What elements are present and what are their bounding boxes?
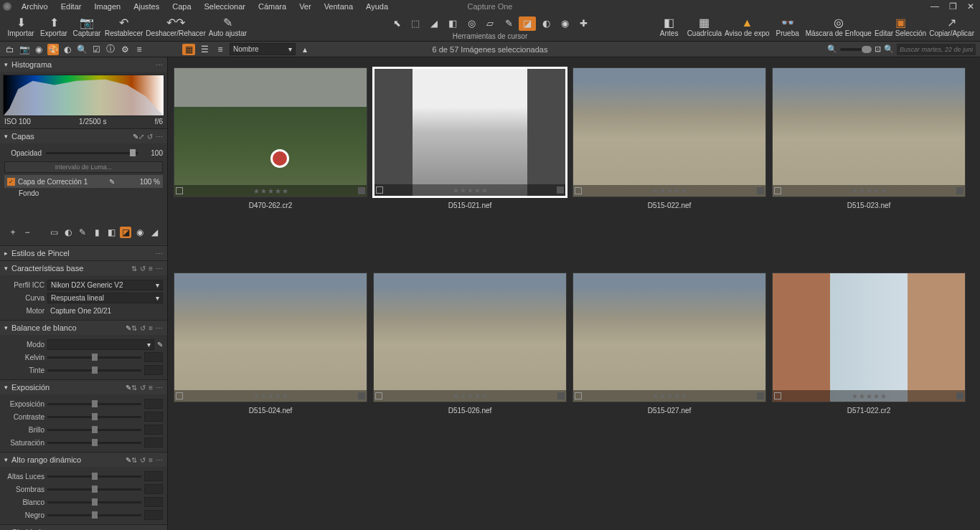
deshacer-rehacer-button[interactable]: ↶↷Deshacer/Rehacer bbox=[146, 13, 205, 40]
mask-luma-icon[interactable]: ◢ bbox=[149, 227, 160, 238]
select-checkbox[interactable] bbox=[774, 187, 781, 194]
thumbnail[interactable]: ★★★★★D571-022.cr2 bbox=[772, 273, 966, 415]
base-char-header[interactable]: ▾Características base ⇅↺ ≡⋯ bbox=[0, 261, 167, 275]
clarity-header[interactable]: ▾Claridad ✎ ⇅↺≡⋯ bbox=[0, 525, 167, 530]
copiar-aplicar-button[interactable]: ↗Copiar/Aplicar bbox=[929, 13, 974, 40]
reset-icon[interactable]: ↺ bbox=[147, 133, 153, 141]
library-icon[interactable]: 🗀 bbox=[4, 44, 16, 55]
color-tag[interactable] bbox=[358, 187, 365, 194]
curve-dropdown[interactable]: Respuesta lineal▾ bbox=[47, 293, 163, 303]
select-checkbox[interactable] bbox=[176, 187, 183, 194]
cursor-radial-icon[interactable]: ◉ bbox=[556, 16, 573, 31]
copy-icon[interactable]: ⇅ bbox=[131, 265, 137, 273]
view-list-icon[interactable]: ☰ bbox=[198, 44, 211, 55]
search-input[interactable] bbox=[897, 44, 976, 55]
color-tag[interactable] bbox=[757, 187, 764, 194]
mask-feather-icon[interactable]: ◉ bbox=[134, 227, 146, 238]
cursor-keystone-icon[interactable]: ◧ bbox=[444, 16, 461, 31]
layer-visible-checkbox[interactable]: ✓ bbox=[7, 178, 15, 186]
color-tag[interactable] bbox=[557, 392, 565, 399]
select-checkbox[interactable] bbox=[774, 392, 781, 399]
m-scara-de-enfoque-button[interactable]: ◎Máscara de Enfoque bbox=[806, 13, 872, 40]
cursor-heal-icon[interactable]: ✚ bbox=[575, 16, 592, 31]
menu-cámara[interactable]: Cámara bbox=[253, 1, 292, 12]
color-tag[interactable] bbox=[956, 187, 963, 194]
color-tag[interactable] bbox=[757, 392, 764, 399]
kelvin-slider[interactable] bbox=[47, 356, 141, 359]
detail-tab-icon[interactable]: 🔍 bbox=[76, 44, 88, 55]
cursor-rotate-icon[interactable]: ◢ bbox=[425, 16, 443, 31]
prueba-button[interactable]: 👓Prueba bbox=[773, 13, 803, 40]
zoom-fit-icon[interactable]: ⊡ bbox=[875, 44, 881, 54]
menu-seleccionar[interactable]: Seleccionar bbox=[199, 1, 251, 12]
sombras-slider[interactable] bbox=[47, 488, 141, 491]
restablecer-button[interactable]: ↶Restablecer bbox=[105, 13, 143, 40]
reset-icon[interactable]: ↺ bbox=[140, 265, 146, 273]
panel-menu-icon[interactable]: ⋯ bbox=[156, 250, 163, 257]
view-filmstrip-icon[interactable]: ≡ bbox=[214, 44, 227, 55]
thumbnail[interactable]: ★★★★★D470-262.cr2 bbox=[174, 67, 367, 209]
panel-menu-icon[interactable]: ⋯ bbox=[156, 265, 163, 273]
brush-edit-icon[interactable]: ✎ bbox=[133, 133, 138, 141]
menu-capa[interactable]: Capa bbox=[166, 1, 197, 12]
mask-grad-icon[interactable]: ◧ bbox=[105, 227, 117, 238]
icc-profile-dropdown[interactable]: Nikon D2X Generic V2▾ bbox=[47, 280, 163, 290]
wb-mode-dropdown[interactable]: ▾ bbox=[47, 339, 154, 350]
exposición-slider[interactable] bbox=[47, 403, 141, 405]
panel-menu-icon[interactable]: ⋯ bbox=[156, 133, 163, 141]
mask-rect-icon[interactable]: ▭ bbox=[48, 227, 60, 238]
brillo-slider[interactable] bbox=[47, 429, 141, 431]
cuadr-cula-button[interactable]: ▦Cuadrícula bbox=[687, 13, 722, 40]
minimize-button[interactable]: — bbox=[928, 1, 942, 11]
menu-editar[interactable]: Editar bbox=[55, 1, 88, 12]
thumbnail[interactable]: ★★★★★D515-022.nef bbox=[573, 67, 766, 209]
negro-slider[interactable] bbox=[47, 514, 141, 516]
view-grid-icon[interactable]: ▦ bbox=[182, 44, 195, 55]
hdr-header[interactable]: ▾Alto rango dinámico ✎ ⇅↺≡⋯ bbox=[0, 453, 167, 467]
adjust-tab-icon[interactable]: ☑ bbox=[90, 44, 102, 55]
layer-mask-icon[interactable]: ✎ bbox=[109, 178, 115, 186]
close-button[interactable]: ✕ bbox=[964, 1, 977, 11]
select-checkbox[interactable] bbox=[176, 392, 183, 399]
remove-layer-icon[interactable]: − bbox=[22, 227, 33, 238]
layer-background[interactable]: Fondo bbox=[4, 188, 163, 201]
cursor-spot-icon[interactable]: ◎ bbox=[463, 16, 480, 31]
exportar-button[interactable]: ⬆Exportar bbox=[39, 13, 69, 40]
color-tag[interactable] bbox=[358, 392, 365, 399]
maximize-button[interactable]: ❐ bbox=[946, 1, 960, 11]
thumbnail[interactable]: ★★★★★D515-024.nef bbox=[174, 273, 367, 415]
capture-icon[interactable]: 📷 bbox=[19, 44, 30, 55]
select-checkbox[interactable] bbox=[375, 392, 382, 399]
sort-dropdown[interactable]: Nombre▾ bbox=[230, 43, 296, 55]
editar-selecci-n-button[interactable]: ▣Editar Selección bbox=[875, 13, 926, 40]
search-icon[interactable]: 🔍 bbox=[884, 44, 894, 54]
opacity-slider[interactable] bbox=[46, 152, 138, 154]
auto-ajustar-button[interactable]: ✎Auto ajustar bbox=[209, 13, 247, 40]
picker-icon[interactable]: ✎ bbox=[126, 324, 131, 332]
cursor-crop-icon[interactable]: ⬚ bbox=[407, 16, 424, 31]
menu-ver[interactable]: Ver bbox=[293, 1, 317, 12]
menu-ventana[interactable]: Ventana bbox=[319, 1, 359, 12]
menu-imagen[interactable]: Imagen bbox=[88, 1, 126, 12]
mask-invert-icon[interactable]: ◐ bbox=[62, 227, 74, 238]
select-checkbox[interactable] bbox=[575, 392, 582, 399]
thumbnail-size-slider[interactable] bbox=[840, 48, 872, 51]
histogram-header[interactable]: ▾Histograma ⋯ bbox=[0, 57, 167, 72]
mask-fill-icon[interactable]: ▮ bbox=[91, 227, 103, 238]
thumbnail[interactable]: ★★★★★D515-021.nef bbox=[373, 67, 567, 209]
white-balance-header[interactable]: ▾Balance de blanco ✎ ⇅↺≡⋯ bbox=[0, 321, 167, 335]
color-tag[interactable] bbox=[557, 186, 564, 194]
brush-styles-header[interactable]: ▸Estilos de Pincel ⋯ bbox=[0, 246, 167, 260]
capturar-button[interactable]: 📷Capturar bbox=[72, 13, 102, 40]
saturación-slider[interactable] bbox=[47, 442, 141, 444]
blanco-slider[interactable] bbox=[47, 501, 141, 503]
wb-picker-icon[interactable]: ✎ bbox=[157, 341, 163, 349]
exposure-tab-icon[interactable]: ◐ bbox=[62, 44, 73, 55]
contraste-slider[interactable] bbox=[47, 416, 141, 418]
exposure-header[interactable]: ▾Exposición ✎ ⇅↺≡⋯ bbox=[0, 380, 167, 394]
zoom-out-icon[interactable]: 🔍 bbox=[827, 44, 837, 54]
lens-icon[interactable]: ◉ bbox=[33, 44, 44, 55]
select-checkbox[interactable] bbox=[575, 187, 582, 194]
menu-ayuda[interactable]: Ayuda bbox=[360, 1, 394, 12]
layers-header[interactable]: ▾Capas ✎ ⤢ ↺ ⋯ bbox=[0, 129, 167, 143]
